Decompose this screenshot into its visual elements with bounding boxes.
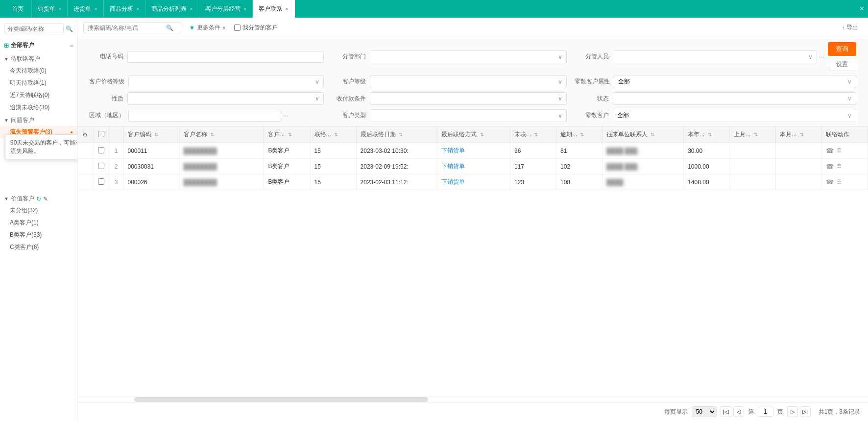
payment-select[interactable]: ∨	[370, 92, 566, 105]
sidebar-all-customers[interactable]: ⊞ 全部客户 «	[0, 38, 77, 52]
row1-last-way[interactable]: 下销货单	[437, 143, 510, 159]
row2-checkbox[interactable]	[93, 159, 109, 174]
col-contact[interactable]: 联络... ⇅	[310, 126, 356, 143]
row1-contact-icon[interactable]: ☎	[826, 147, 834, 154]
row2-contact-icon[interactable]: ☎	[826, 163, 834, 170]
tab-customer-layer[interactable]: 客户分层经营 ×	[199, 0, 253, 18]
col-last-way[interactable]: 最后联络方式 ⇅	[437, 126, 510, 143]
tab-home[interactable]: 首页	[4, 0, 32, 18]
sidebar-item-a-class[interactable]: A类客户(1)	[0, 217, 77, 229]
current-page-input[interactable]	[758, 407, 773, 417]
row1-code: 000011	[123, 143, 179, 159]
tab-customer-contact[interactable]: 客户联系 ×	[253, 0, 294, 18]
row2-last-date: 2023-02-09 19:52:	[356, 159, 437, 174]
row2-check[interactable]	[98, 163, 104, 169]
sidebar-item-b-class[interactable]: B类客户(33)	[0, 229, 77, 241]
row1-checkbox[interactable]	[93, 143, 109, 159]
region-dots[interactable]: ···	[283, 112, 288, 119]
col-name[interactable]: 客户名称 ⇅	[179, 126, 264, 143]
toolbar-search-box[interactable]: 🔍	[83, 23, 181, 33]
close-product-analysis-tab[interactable]: ×	[136, 6, 139, 12]
row3-more-icon[interactable]: ⠿	[837, 178, 842, 186]
tab-purchase[interactable]: 进货单 ×	[68, 0, 103, 18]
row1-last-date: 2023-03-02 10:30:	[356, 143, 437, 159]
my-customers-check[interactable]	[234, 25, 241, 31]
toolbar-search-input[interactable]	[88, 25, 166, 31]
sidebar-item-today[interactable]: 今天待联络(0)	[0, 65, 77, 77]
close-sales-tab[interactable]: ×	[58, 6, 61, 12]
setting-button[interactable]: 设置	[828, 58, 856, 71]
close-customer-layer-tab[interactable]: ×	[243, 6, 246, 12]
col-select-all[interactable]	[93, 126, 109, 143]
col-this-year[interactable]: 本年... ⇅	[684, 126, 730, 143]
my-customers-checkbox[interactable]: 我分管的客户	[234, 24, 278, 32]
row3-checkbox[interactable]	[93, 174, 109, 190]
more-filter-btn[interactable]: ▼ 更多条件 ∧	[185, 22, 230, 34]
dept-arrow: ∨	[558, 53, 562, 60]
col-last-date[interactable]: 最后联络日期 ⇅	[356, 126, 437, 143]
horizontal-scrollbar[interactable]	[77, 396, 868, 402]
export-btn[interactable]: ↑ 导出	[838, 22, 862, 34]
col-settings[interactable]: ⚙	[77, 126, 93, 143]
sidebar-search-icon[interactable]: 🔍	[66, 25, 73, 32]
toolbar-search-icon[interactable]: 🔍	[166, 25, 173, 31]
col-type[interactable]: 客户... ⇅	[264, 126, 310, 143]
sidebar-section-value[interactable]: ▼ 价值客户 ↻ ✎	[0, 192, 77, 204]
last-page-btn[interactable]: ▷|	[800, 406, 811, 417]
edit-icon[interactable]: ✎	[43, 196, 48, 202]
manager-select[interactable]: ∨	[613, 50, 817, 63]
phone-input[interactable]	[127, 51, 324, 63]
col-unit-contact[interactable]: 往来单位联系人 ⇅	[603, 126, 684, 143]
tab-product-analysis[interactable]: 商品分析 ×	[104, 0, 145, 18]
refresh-icon[interactable]: ↻	[36, 196, 41, 202]
row3-last-way[interactable]: 下销货单	[437, 174, 510, 190]
next-page-btn[interactable]: ▷	[787, 406, 798, 417]
sidebar-item-c-class[interactable]: C类客户(6)	[0, 241, 77, 253]
sidebar-item-ungroup[interactable]: 未分组(32)	[0, 204, 77, 217]
close-customer-contact-tab[interactable]: ×	[285, 6, 288, 12]
row3-num: 3	[109, 174, 123, 190]
sidebar-search-row: 🔍	[0, 22, 77, 36]
per-page-select[interactable]: 50 100 200	[692, 406, 717, 417]
sidebar-section-pending[interactable]: ▼ 待联络客户	[0, 52, 77, 65]
window-close-button[interactable]: ×	[860, 4, 864, 13]
col-last-month[interactable]: 上月... ⇅	[730, 126, 776, 143]
dept-select[interactable]: ∨	[370, 50, 566, 63]
col-uncontact[interactable]: 未联... ⇅	[510, 126, 556, 143]
close-product-list-tab[interactable]: ×	[190, 6, 193, 12]
region-input[interactable]	[128, 110, 281, 122]
sidebar-item-overdue[interactable]: 逾期未联络(30)	[0, 101, 77, 114]
sidebar-item-tomorrow[interactable]: 明天待联络(1)	[0, 77, 77, 89]
sidebar-item-7days[interactable]: 近7天待联络(0)	[0, 89, 77, 101]
row2-last-way[interactable]: 下销货单	[437, 159, 510, 174]
table-row: 1 000011 ████████ B类客户 15 2023-03-02 10:…	[77, 143, 868, 159]
first-page-btn[interactable]: |◁	[721, 406, 731, 417]
tab-sales[interactable]: 销货单 ×	[32, 0, 68, 18]
query-button[interactable]: 查询	[828, 42, 856, 56]
sidebar-search-input[interactable]	[4, 24, 64, 34]
retail-customer-select[interactable]: 全部 ∨	[613, 109, 856, 122]
arrow-pending: ▼	[4, 56, 9, 62]
status-select[interactable]: ∨	[613, 92, 856, 105]
tab-product-list[interactable]: 商品分析列表 ×	[145, 0, 199, 18]
manager-dots[interactable]: ···	[819, 53, 824, 60]
row1-check[interactable]	[98, 147, 104, 153]
close-purchase-tab[interactable]: ×	[94, 6, 97, 12]
sidebar-section-problem[interactable]: ▼ 问题客户	[0, 114, 77, 126]
row1-more-icon[interactable]: ⠿	[837, 147, 842, 154]
row2-more-icon[interactable]: ⠿	[837, 163, 842, 170]
customer-level-select[interactable]: ∨	[370, 75, 566, 88]
customer-type-select[interactable]: ∨	[370, 109, 566, 122]
nature-select[interactable]: ∨	[127, 92, 324, 105]
row3-contact-icon[interactable]: ☎	[826, 178, 834, 186]
col-overdue[interactable]: 逾期... ⇅	[556, 126, 603, 143]
col-code[interactable]: 客户编码 ⇅	[123, 126, 179, 143]
price-level-select[interactable]: ∨	[128, 75, 324, 88]
prev-page-btn[interactable]: ◁	[733, 406, 744, 417]
sidebar-collapse-btn[interactable]: «	[70, 43, 73, 49]
row2-this-year: 1000.00	[684, 159, 730, 174]
retail-attr-select[interactable]: 全部 ∨	[614, 75, 856, 88]
col-this-month[interactable]: 本月... ⇅	[776, 126, 822, 143]
row3-check[interactable]	[98, 178, 104, 185]
select-all-checkbox[interactable]	[98, 131, 104, 137]
